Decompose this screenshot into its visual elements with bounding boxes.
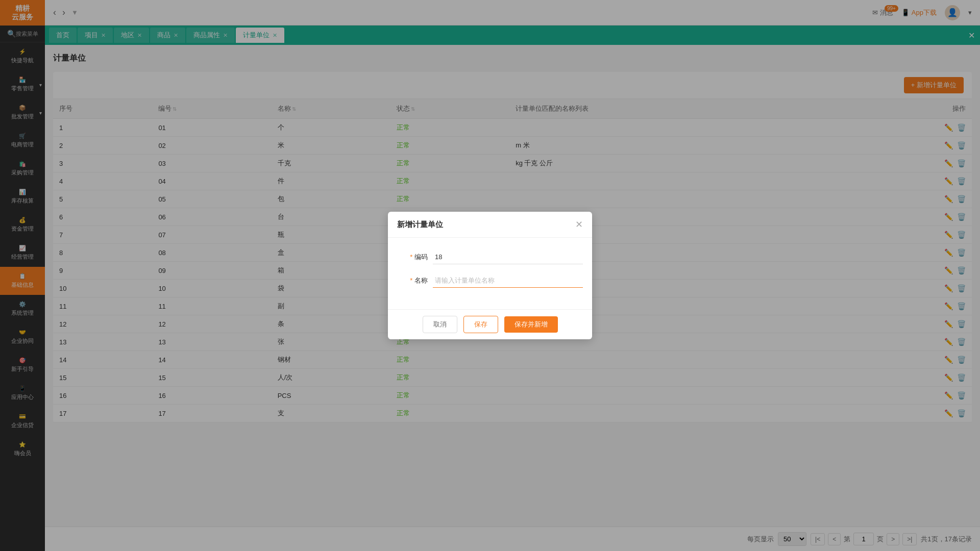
- name-label: 名称: [397, 276, 428, 285]
- dialog-close-button[interactable]: ✕: [575, 219, 583, 230]
- form-row-name: 名称: [397, 273, 583, 288]
- dialog-title: 新增计量单位: [397, 220, 443, 230]
- dialog-header: 新增计量单位 ✕: [388, 212, 592, 238]
- name-input[interactable]: [433, 273, 583, 288]
- cancel-button[interactable]: 取消: [423, 316, 457, 333]
- dialog-body: 编码 名称: [388, 238, 592, 309]
- add-unit-dialog: 新增计量单位 ✕ 编码 名称 取消 保存 保存并新增: [388, 212, 592, 339]
- save-button[interactable]: 保存: [463, 316, 498, 333]
- modal-overlay[interactable]: 新增计量单位 ✕ 编码 名称 取消 保存 保存并新增: [0, 0, 980, 551]
- save-and-new-button[interactable]: 保存并新增: [504, 316, 558, 333]
- dialog-footer: 取消 保存 保存并新增: [388, 309, 592, 339]
- form-row-code: 编码: [397, 250, 583, 264]
- code-label: 编码: [397, 253, 428, 262]
- code-input[interactable]: [433, 250, 583, 264]
